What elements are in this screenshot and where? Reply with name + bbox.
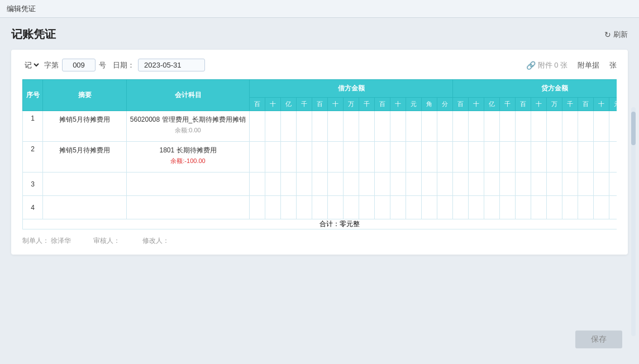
- refresh-label: 刷新: [613, 30, 628, 40]
- table-wrapper: 序号 摘要 会计科目 借方金额 贷方金额 百 十 亿 千 百 十 万: [22, 79, 617, 229]
- th-c-wan: 万: [547, 98, 562, 111]
- d4[interactable]: [297, 111, 312, 142]
- d6[interactable]: [328, 142, 344, 173]
- d5[interactable]: [312, 111, 328, 142]
- zhang-label: 张: [609, 60, 617, 70]
- voucher-table: 序号 摘要 会计科目 借方金额 贷方金额 百 十 亿 千 百 十 万: [22, 79, 617, 229]
- d12[interactable]: [422, 142, 437, 173]
- scrollbar-thumb[interactable]: [631, 112, 636, 145]
- d9[interactable]: [375, 111, 390, 142]
- th-d-fen: 分: [437, 98, 453, 111]
- c5[interactable]: [516, 111, 531, 142]
- voucher-number-input[interactable]: [62, 59, 96, 71]
- c2[interactable]: [469, 142, 484, 173]
- th-d-shi: 十: [265, 98, 281, 111]
- date-label: 日期：: [113, 60, 135, 70]
- d2[interactable]: [265, 111, 281, 142]
- reviewer-label: 审核人：: [93, 236, 120, 246]
- row-account[interactable]: [127, 173, 250, 196]
- d13[interactable]: [437, 142, 453, 173]
- attachment-label: 附件 0 张: [538, 60, 568, 70]
- th-account: 会计科目: [127, 80, 250, 111]
- voucher-card: 记 字第 号 日期： 🔗 附件 0 张 附单据 张: [11, 50, 628, 255]
- th-seq: 序号: [23, 80, 43, 111]
- c6[interactable]: [531, 111, 547, 142]
- row-seq: 3: [23, 173, 43, 196]
- attachment-link[interactable]: 🔗 附件 0 张: [526, 60, 568, 70]
- d2[interactable]: [265, 142, 281, 173]
- d7[interactable]: [344, 111, 359, 142]
- c8[interactable]: [562, 142, 578, 173]
- th-c-shi2: 十: [531, 98, 547, 111]
- balance-text: 余额:0.00: [127, 126, 249, 135]
- th-credit: 贷方金额: [453, 80, 617, 98]
- d1[interactable]: [250, 111, 265, 142]
- c11[interactable]: [609, 142, 617, 173]
- row-account[interactable]: 1801 长期待摊费用 余额:-100.00: [127, 142, 250, 173]
- row-summary[interactable]: 摊销5月待摊费用: [43, 111, 127, 142]
- d3[interactable]: [281, 142, 297, 173]
- d6[interactable]: [328, 111, 344, 142]
- c7[interactable]: [547, 142, 562, 173]
- c6[interactable]: [531, 142, 547, 173]
- row-seq: 4: [23, 196, 43, 219]
- d12[interactable]: [422, 111, 437, 142]
- th-c-yi: 亿: [484, 98, 500, 111]
- row-account[interactable]: 56020008 管理费用_长期待摊费用摊销 余额:0.00: [127, 111, 250, 142]
- c11[interactable]: [609, 111, 617, 142]
- refresh-button[interactable]: ↻ 刷新: [604, 30, 628, 40]
- d5[interactable]: [312, 142, 328, 173]
- th-d-bai3: 百: [375, 98, 390, 111]
- d8[interactable]: [359, 142, 375, 173]
- row-summary[interactable]: [43, 173, 127, 196]
- row-summary[interactable]: 摊销5月待摊费用: [43, 142, 127, 173]
- th-c-yuan: 元: [609, 98, 617, 111]
- c10[interactable]: [594, 142, 609, 173]
- voucher-type-select[interactable]: 记: [22, 60, 41, 70]
- d10[interactable]: [390, 111, 406, 142]
- c7[interactable]: [547, 111, 562, 142]
- c1[interactable]: [453, 142, 469, 173]
- c8[interactable]: [562, 111, 578, 142]
- d11[interactable]: [406, 142, 422, 173]
- th-d-qian: 千: [297, 98, 312, 111]
- d4[interactable]: [297, 142, 312, 173]
- d7[interactable]: [344, 142, 359, 173]
- c3[interactable]: [484, 111, 500, 142]
- page-header: 记账凭证 ↻ 刷新: [11, 27, 628, 42]
- date-input[interactable]: [138, 59, 205, 71]
- table-row: 4: [23, 196, 617, 219]
- th-c-bai: 百: [453, 98, 469, 111]
- d13[interactable]: [437, 111, 453, 142]
- date-group: 日期：: [113, 59, 205, 71]
- refresh-icon: ↻: [604, 30, 611, 39]
- c4[interactable]: [500, 142, 516, 173]
- paperclip-icon: 🔗: [526, 61, 536, 70]
- c3[interactable]: [484, 142, 500, 173]
- scrollbar[interactable]: [631, 107, 636, 336]
- d3[interactable]: [281, 111, 297, 142]
- d8[interactable]: [359, 111, 375, 142]
- row-account[interactable]: [127, 196, 250, 219]
- d1[interactable]: [250, 142, 265, 173]
- c4[interactable]: [500, 111, 516, 142]
- th-c-qian: 千: [500, 98, 516, 111]
- th-d-yuan: 元: [406, 98, 422, 111]
- c9[interactable]: [578, 111, 594, 142]
- th-c-bai2: 百: [516, 98, 531, 111]
- c2[interactable]: [469, 111, 484, 142]
- row-summary[interactable]: [43, 196, 127, 219]
- d9[interactable]: [375, 142, 390, 173]
- d11[interactable]: [406, 111, 422, 142]
- c10[interactable]: [594, 111, 609, 142]
- c5[interactable]: [516, 142, 531, 173]
- c1[interactable]: [453, 111, 469, 142]
- type-group: 记 字第 号: [22, 59, 106, 71]
- save-button[interactable]: 保存: [575, 331, 622, 348]
- d10[interactable]: [390, 142, 406, 173]
- th-d-bai2: 百: [312, 98, 328, 111]
- total-label: 合计：零元整: [23, 219, 617, 229]
- th-c-shi: 十: [469, 98, 484, 111]
- c9[interactable]: [578, 142, 594, 173]
- account-code: 56020008 管理费用_长期待摊费用摊销: [130, 116, 246, 123]
